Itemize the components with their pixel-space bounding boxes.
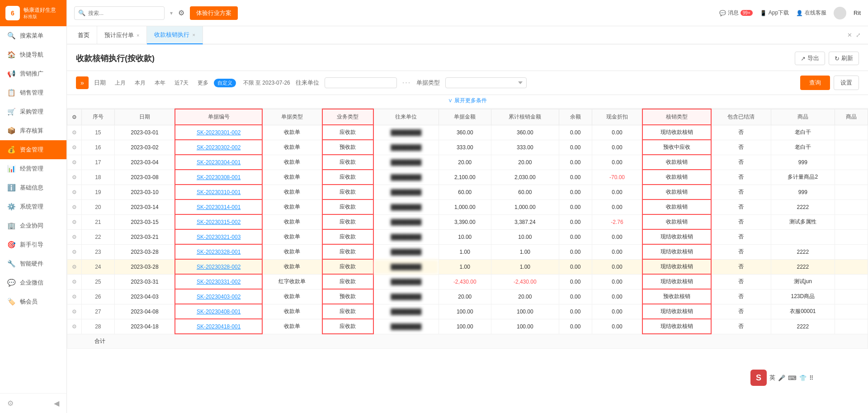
doc-link[interactable]: SK-20230302-002 [197,144,241,151]
collapse-icon[interactable]: ◀ [54,399,59,408]
sidebar-item-shortcut[interactable]: 🏠快捷导航 [0,45,66,64]
table-row[interactable]: ⚙282023-04-18SK-20230418-001收款单应收款██████… [67,319,868,334]
gear-icon[interactable]: ⚙ [178,9,184,17]
close-window-icon[interactable]: ✕ [847,32,852,38]
cell-doc_no[interactable]: SK-20230418-001 [175,319,262,334]
doc-link[interactable]: SK-20230403-002 [197,294,241,300]
sidebar-item-finance[interactable]: 💰资金管理 [0,140,66,159]
more-filter-dots[interactable]: ··· [402,79,411,87]
cell-doc_no[interactable]: SK-20230328-001 [175,244,262,259]
cell-verified: -2,430.00 [491,274,559,289]
sidebar-item-wechat[interactable]: 💬企业微信 [0,273,66,292]
filter-toggle-button[interactable]: » [76,76,89,89]
cell-amount: 100.00 [439,304,491,319]
cell-date: 2023-04-08 [114,304,175,319]
unit-filter-input[interactable] [325,77,397,88]
table-row[interactable]: ⚙182023-03-08SK-20230308-001收款单应收款██████… [67,170,868,185]
doc-link[interactable]: SK-20230328-002 [197,264,241,270]
doc-link[interactable]: SK-20230314-001 [197,204,241,210]
cell-amount: 1.00 [439,244,491,259]
filter-settings-button[interactable]: 设置 [834,76,859,90]
table-row[interactable]: ⚙232023-03-28SK-20230328-001收款单应收款██████… [67,244,868,259]
refresh-button[interactable]: ↻ 刷新 [829,52,859,65]
dropdown-arrow-icon[interactable]: ▾ [170,10,173,16]
doc-link[interactable]: SK-20230310-001 [197,189,241,195]
top-search-box[interactable]: 🔍 [74,6,165,20]
date-btn-this-year[interactable]: 本年 [151,78,169,88]
expand-more-button[interactable]: ∨ 展开更多条件 [448,97,486,104]
sidebar-item-guide[interactable]: 🎯新手引导 [0,235,66,254]
tab-payable[interactable]: 预计应付单× [97,26,147,44]
export-button[interactable]: ↗ 导出 [795,52,825,65]
sidebar-item-system[interactable]: ⚙️系统管理 [0,197,66,216]
doc-link[interactable]: SK-20230301-002 [197,129,241,136]
table-row[interactable]: ⚙242023-03-28SK-20230328-002收款单应收款██████… [67,259,868,274]
date-btn-more[interactable]: 更多 [194,78,212,88]
expand-window-icon[interactable]: ⤢ [856,32,861,38]
online-service-action[interactable]: 👤 在线客服 [796,9,826,17]
cell-doc_no[interactable]: SK-20230304-001 [175,155,262,170]
date-btn-this-month[interactable]: 本月 [131,78,149,88]
settings-footer-icon[interactable]: ⚙ [7,399,14,408]
tab-home[interactable]: 首页 [71,26,97,44]
query-button[interactable]: 查询 [800,76,830,90]
solution-button[interactable]: 体验行业方案 [190,6,238,20]
tab-collection[interactable]: 收款核销执行× [147,26,203,44]
doc-link[interactable]: SK-20230304-001 [197,159,241,166]
table-row[interactable]: ⚙152023-03-01SK-20230301-002收款单应收款██████… [67,125,868,140]
cell-date: 2023-03-10 [114,185,175,199]
sidebar-item-sales[interactable]: 📋销售管理 [0,83,66,102]
cell-date: 2023-03-14 [114,199,175,214]
sidebar-item-inventory[interactable]: 📦库存核算 [0,121,66,140]
table-container[interactable]: ⚙序号日期单据编号单据类型业务类型往来单位单据金额累计核销金额余额现金折扣核销类… [67,109,868,413]
cell-doc_no[interactable]: SK-20230315-002 [175,214,262,229]
cell-doc_no[interactable]: SK-20230328-002 [175,259,262,274]
doc-link[interactable]: SK-20230331-002 [197,279,241,285]
doc-link[interactable]: SK-20230418-001 [197,323,241,330]
table-row[interactable]: ⚙192023-03-10SK-20230310-001收款单应收款██████… [67,185,868,199]
table-row[interactable]: ⚙202023-03-14SK-20230314-001收款单应收款██████… [67,199,868,214]
cell-doc_no[interactable]: SK-20230403-002 [175,289,262,304]
cell-doc_no[interactable]: SK-20230301-002 [175,125,262,140]
table-row[interactable]: ⚙162023-03-02SK-20230302-002收款单预收款██████… [67,140,868,155]
type-filter-select[interactable] [445,77,527,88]
table-row[interactable]: ⚙212023-03-15SK-20230315-002收款单应收款██████… [67,214,868,229]
search-input[interactable] [88,10,151,16]
sidebar-item-operations[interactable]: 📊经营管理 [0,159,66,178]
doc-link[interactable]: SK-20230328-001 [197,249,241,255]
cell-doc_no[interactable]: SK-20230302-002 [175,140,262,155]
date-btn-last-month[interactable]: 上月 [111,78,129,88]
sidebar-item-corp[interactable]: 🏢企业协同 [0,216,66,235]
sidebar-item-marketing[interactable]: 📢营销推广 [0,64,66,83]
avatar[interactable] [834,7,846,19]
date-custom-badge[interactable]: 自定义 [214,79,236,87]
doc-link[interactable]: SK-20230321-003 [197,234,241,240]
sidebar-item-basic[interactable]: ℹ️基础信息 [0,178,66,197]
cell-seq: 25 [82,274,115,289]
table-row[interactable]: ⚙222023-03-21SK-20230321-003收款单应收款██████… [67,229,868,244]
cell-product: 老白干 [771,125,835,140]
cell-doc_no[interactable]: SK-20230308-001 [175,170,262,185]
sidebar-item-purchase[interactable]: 🛒采购管理 [0,102,66,121]
app-download-action[interactable]: 📱 App下载 [760,9,789,17]
tab-close-payable[interactable]: × [137,33,139,38]
table-row[interactable]: ⚙252023-03-31SK-20230331-002红字收款单应收款████… [67,274,868,289]
message-action[interactable]: 💬 消息 99+ [719,9,753,17]
cell-doc_no[interactable]: SK-20230408-001 [175,304,262,319]
doc-link[interactable]: SK-20230408-001 [197,309,241,315]
cell-doc_no[interactable]: SK-20230310-001 [175,185,262,199]
cell-doc_no[interactable]: SK-20230321-003 [175,229,262,244]
tab-close-collection[interactable]: × [192,32,195,38]
table-row[interactable]: ⚙172023-03-04SK-20230304-001收款单应收款██████… [67,155,868,170]
doc-link[interactable]: SK-20230315-002 [197,219,241,225]
table-row[interactable]: ⚙262023-04-03SK-20230403-002收款单预收款██████… [67,289,868,304]
sidebar-item-search[interactable]: 🔍搜索菜单 [0,26,66,45]
cell-doc_no[interactable]: SK-20230314-001 [175,199,262,214]
sidebar-item-member[interactable]: 🏷️畅会员 [0,292,66,311]
sidebar-item-hardware[interactable]: 🔧智能硬件 [0,254,66,273]
doc-link[interactable]: SK-20230308-001 [197,174,241,180]
table-row[interactable]: ⚙272023-04-08SK-20230408-001收款单应收款██████… [67,304,868,319]
cell-unit: ████████ [373,185,439,199]
date-btn-7days[interactable]: 近7天 [171,78,192,88]
cell-doc_no[interactable]: SK-20230331-002 [175,274,262,289]
